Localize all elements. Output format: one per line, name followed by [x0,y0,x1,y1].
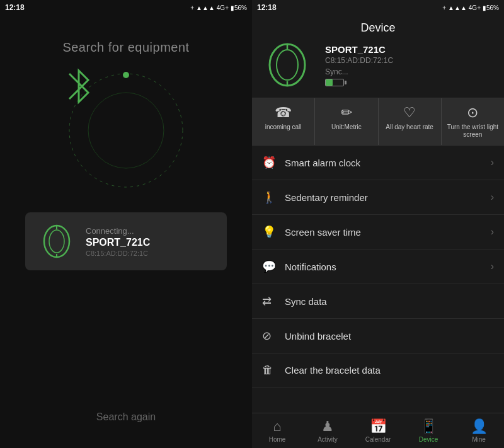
bt-icon-right: + [442,4,446,11]
bracelet-image [38,222,76,260]
activity-icon: ♟ [321,418,334,435]
home-label: Home [269,436,286,443]
network-icon: 4G+ [217,4,229,11]
right-status-icons: + ▲▲▲ 4G+ ▮56% [442,4,499,11]
quick-action-heart-rate[interactable]: ♡ All day heart rate [379,98,442,145]
incoming-call-icon: ☎ [275,105,292,121]
svg-point-8 [277,50,298,80]
alarm-icon: ⏰ [262,156,280,169]
device-icon: 📱 [420,418,437,435]
connecting-info: Connecting... SPORT_721C C8:15:AD:DD:72:… [86,226,150,257]
quick-action-wrist[interactable]: ⊙ Turn the wrist light screen [442,98,504,145]
signal-icon: ▲▲▲ [196,4,215,11]
nav-device[interactable]: 📱 Device [403,415,454,447]
quick-action-incoming-call[interactable]: ☎ incoming call [252,98,315,145]
mine-icon: 👤 [471,418,488,435]
heart-rate-label: All day heart rate [386,123,433,131]
right-panel: 12:18 + ▲▲▲ 4G+ ▮56% Device SPORT_721C C… [252,0,504,448]
wrist-label: Turn the wrist light screen [444,123,501,139]
device-details: SPORT_721C C8:15:AD:DD:72:1C Sync... [325,44,393,86]
network-icon-right: 4G+ [469,4,481,11]
connecting-card[interactable]: Connecting... SPORT_721C C8:15:AD:DD:72:… [25,212,227,270]
notifications-label: Notifications [285,261,491,272]
clear-label: Clear the bracelet data [285,365,494,376]
battery-fill [326,79,333,86]
svg-point-2 [123,72,129,78]
sedentary-chevron: › [491,192,494,203]
bt-icon: + [190,4,194,11]
unit-label: Unit:Metric [331,123,362,131]
device-battery [325,79,344,86]
device-header: Device [252,15,504,40]
search-title: Search for equipment [62,40,189,55]
device-bracelet-icon [262,40,312,90]
signal-icon-right: ▲▲▲ [448,4,467,11]
svg-point-1 [88,93,164,168]
sync-label: Sync data [285,296,494,307]
sync-icon: ⇄ [262,294,280,308]
right-time: 12:18 [257,3,277,12]
left-panel: 12:18 + ▲▲▲ 4G+ ▮56% Search for equipmen… [0,0,252,448]
menu-item-alarm[interactable]: ⏰ Smart alarm clock › [252,146,504,180]
quick-actions-row: ☎ incoming call ✏ Unit:Metric ♡ All day … [252,98,504,146]
battery-icon: ▮56% [231,4,247,11]
device-info: SPORT_721C C8:15:AD:DD:72:1C Sync... [252,40,504,98]
alarm-chevron: › [491,157,494,168]
connecting-mac: C8:15:AD:DD:72:1C [86,250,150,257]
mine-label: Mine [472,436,486,443]
activity-label: Activity [318,436,338,443]
device-sync: Sync... [325,67,393,76]
clear-icon: 🗑 [262,364,280,377]
battery-icon-right: ▮56% [483,4,499,11]
left-status-icons: + ▲▲▲ 4G+ ▮56% [190,4,247,11]
bluetooth-circle [63,67,189,193]
calendar-icon: 📅 [370,418,387,435]
sedentary-icon: 🚶 [262,190,280,204]
menu-item-clear[interactable]: 🗑 Clear the bracelet data [252,353,504,388]
device-label: Device [419,436,438,443]
unbind-icon: ⊘ [262,329,280,343]
screen-saver-chevron: › [491,226,494,238]
sedentary-label: Sedentary reminder [285,192,491,203]
alarm-label: Smart alarm clock [285,158,491,168]
bottom-nav: ⌂ Home ♟ Activity 📅 Calendar 📱 Device 👤 … [252,413,504,448]
menu-item-screen-saver[interactable]: 💡 Screen saver time › [252,215,504,250]
menu-list: ⏰ Smart alarm clock › 🚶 Sedentary remind… [252,146,504,413]
connecting-device-name: SPORT_721C [86,237,150,248]
connecting-label: Connecting... [86,226,150,236]
nav-activity[interactable]: ♟ Activity [302,415,353,447]
status-bar-right: 12:18 + ▲▲▲ 4G+ ▮56% [252,0,504,15]
left-time: 12:18 [5,3,25,12]
nav-home[interactable]: ⌂ Home [252,415,302,447]
menu-item-sedentary[interactable]: 🚶 Sedentary reminder › [252,180,504,215]
heart-rate-icon: ♡ [403,105,416,121]
notifications-chevron: › [491,261,494,272]
screen-saver-icon: 💡 [262,225,280,239]
menu-item-sync[interactable]: ⇄ Sync data [252,284,504,319]
status-bar-left: 12:18 + ▲▲▲ 4G+ ▮56% [0,0,252,15]
wrist-icon: ⊙ [467,105,478,121]
incoming-call-label: incoming call [265,123,302,131]
menu-item-notifications[interactable]: 💬 Notifications › [252,250,504,284]
search-again-button[interactable]: Search again [96,411,156,423]
unbind-label: Unbind bracelet [285,331,494,342]
nav-calendar[interactable]: 📅 Calendar [353,415,403,447]
notifications-icon: 💬 [262,260,280,273]
device-mac: C8:15:AD:DD:72:1C [325,56,393,65]
device-name: SPORT_721C [325,44,393,55]
home-icon: ⌂ [273,418,281,435]
unit-icon: ✏ [341,105,352,121]
calendar-label: Calendar [365,436,391,443]
svg-point-4 [49,230,64,253]
screen-saver-label: Screen saver time [285,227,491,238]
nav-mine[interactable]: 👤 Mine [454,415,504,447]
menu-item-unbind[interactable]: ⊘ Unbind bracelet [252,319,504,353]
quick-action-unit[interactable]: ✏ Unit:Metric [315,98,378,145]
